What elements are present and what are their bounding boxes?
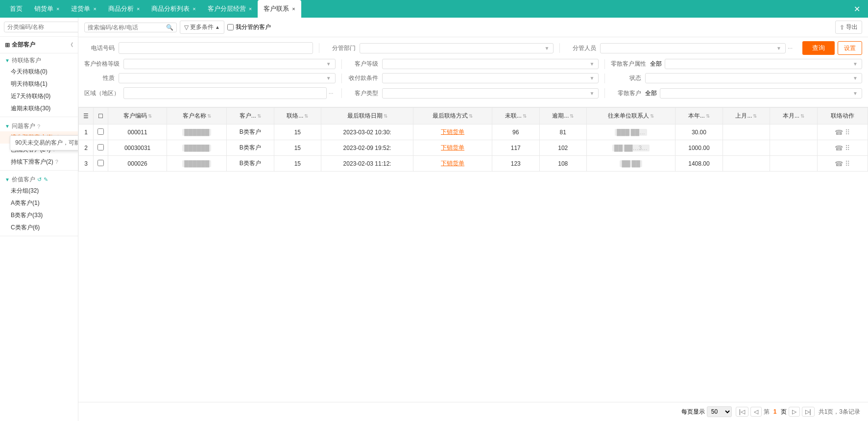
person-dots[interactable]: ··· <box>786 45 795 51</box>
col-thisYear[interactable]: 本年...⇅ <box>675 108 723 124</box>
col-label: 联络动作 <box>831 112 854 119</box>
more-action-icon[interactable]: ⠿ <box>845 128 850 136</box>
col-lastContactDate[interactable]: 最后联络日期⇅ <box>321 108 413 124</box>
tab-close-icon[interactable]: × <box>292 6 295 12</box>
tab-close-icon[interactable]: × <box>193 6 195 12</box>
page-first-button[interactable]: |◁ <box>736 407 748 417</box>
sidebar-section-0[interactable]: ▼待联络客户 <box>0 53 78 66</box>
search-input[interactable] <box>88 24 166 31</box>
sidebar-collapse-icon[interactable]: 《 <box>68 42 73 49</box>
region-dots[interactable]: ··· <box>327 90 336 97</box>
sidebar-item-today[interactable]: 今天待联络(0) <box>0 66 78 78</box>
nature-select[interactable]: ▼ <box>119 73 336 83</box>
export-button[interactable]: ⇪ 导出 <box>835 21 862 34</box>
price-level-select[interactable]: ▼ <box>123 59 336 69</box>
home-tab[interactable]: 首页 <box>4 0 28 18</box>
tab-商品分析列表[interactable]: 商品分析列表× <box>145 0 201 18</box>
row-checkbox[interactable] <box>97 128 104 135</box>
sidebar-section-2[interactable]: ▼价值客户↺✎ <box>0 173 78 185</box>
more-action-icon[interactable]: ⠿ <box>845 160 850 168</box>
region-input[interactable] <box>123 87 327 99</box>
phone-action-icon[interactable]: ☎ <box>835 128 843 136</box>
sidebar-all-customers[interactable]: ⊞ 全部客户 《 <box>0 37 78 53</box>
person-select[interactable]: ▼ <box>600 43 786 53</box>
tab-close-icon[interactable]: × <box>137 6 140 12</box>
price-level-label: 客户价格等级 <box>84 60 123 68</box>
query-button[interactable]: 查询 <box>802 41 835 55</box>
settings-button[interactable]: 设置 <box>838 41 862 55</box>
sidebar-item-tomorrow[interactable]: 明天待联络(1) <box>0 78 78 90</box>
col-overdue[interactable]: 逾期...⇅ <box>539 108 587 124</box>
more-conditions-button[interactable]: ▽ 更多条件 ▲ <box>180 21 224 34</box>
payment-select[interactable]: ▼ <box>382 73 599 83</box>
sidebar-search-input[interactable] <box>4 22 78 32</box>
phone-input[interactable] <box>119 42 313 54</box>
retail-customer-select[interactable]: ▼ <box>660 88 862 99</box>
col-type[interactable]: 客户...⇅ <box>227 108 274 124</box>
search-button[interactable]: 🔍 <box>166 24 173 31</box>
col-name[interactable]: 客户名称⇅ <box>167 108 227 124</box>
col-contacts[interactable]: 往来单位联系人⇅ <box>587 108 675 124</box>
sidebar-item-week[interactable]: 近7天待联络(0) <box>0 90 78 102</box>
sidebar-item-declining[interactable]: 持续下滑客户(2)? <box>0 156 78 168</box>
cell-contacts: ██ ██…3… <box>587 140 675 156</box>
cell-type: B类客户 <box>227 124 274 140</box>
row-checkbox[interactable] <box>97 160 104 166</box>
filter-row-1: 电话号码 分管部门 ▼ 分管人员 ▼ <box>84 41 862 55</box>
close-all-button[interactable]: ✕ <box>850 4 864 14</box>
cell-contact: 15 <box>274 124 321 140</box>
sidebar-item-classB[interactable]: B类客户(33) <box>0 209 78 222</box>
cell-checkbox[interactable] <box>94 124 108 140</box>
retail-attr-select[interactable]: ▼ <box>665 59 862 69</box>
per-page-select[interactable]: 50 100 <box>707 406 732 417</box>
tab-close-icon[interactable]: × <box>56 6 59 12</box>
phone-action-icon[interactable]: ☎ <box>835 144 843 152</box>
sidebar-item-classA[interactable]: A类客户(1) <box>0 197 78 209</box>
tab-客户分层经营[interactable]: 客户分层经营× <box>202 0 258 18</box>
cell-checkbox[interactable] <box>94 140 108 156</box>
edit-icon[interactable]: ✎ <box>44 176 48 183</box>
col-thisMonth[interactable]: 本月...⇅ <box>770 108 818 124</box>
cell-overdue: 108 <box>539 156 587 172</box>
page-of-label: 页 <box>781 408 787 416</box>
cell-checkbox[interactable] <box>94 156 108 172</box>
sort-icon: ⇅ <box>800 113 804 119</box>
sidebar-item-overdue[interactable]: 逾期未联络(30) <box>0 102 78 115</box>
cell-lastContactMethod[interactable]: 下销货单 <box>413 156 492 172</box>
status-select[interactable]: ▼ <box>645 73 862 83</box>
refresh-icon[interactable]: ↺ <box>37 176 42 183</box>
col-noDays[interactable]: 未联...⇅ <box>492 108 540 124</box>
col-code[interactable]: 客户编码⇅ <box>108 108 167 124</box>
section-title: 问题客户 <box>12 122 35 130</box>
col-lastMonth[interactable]: 上月...⇅ <box>723 108 770 124</box>
page-prev-button[interactable]: ◁ <box>750 407 762 417</box>
tab-销货单[interactable]: 销货单× <box>28 0 65 18</box>
sidebar-section-1[interactable]: ▼问题客户? <box>0 119 78 131</box>
chevron-up-icon: ▲ <box>215 25 220 30</box>
more-action-icon[interactable]: ⠿ <box>845 144 850 152</box>
sidebar-item-ungrouped[interactable]: 未分组(32) <box>0 185 78 197</box>
my-customers-checkbox[interactable]: 我分管的客户 <box>227 23 271 31</box>
phone-action-icon[interactable]: ☎ <box>835 160 843 168</box>
row-checkbox[interactable] <box>97 144 104 150</box>
tab-客户联系[interactable]: 客户联系× <box>258 0 301 18</box>
tab-close-icon[interactable]: × <box>249 6 252 12</box>
cell-noDays: 117 <box>492 140 540 156</box>
sidebar-item-classC[interactable]: C类客户(6) <box>0 222 78 234</box>
dept-select[interactable]: ▼ <box>360 43 554 53</box>
col-label: ☰ <box>83 113 89 120</box>
col-contact[interactable]: 联络...⇅ <box>274 108 321 124</box>
customer-level-select[interactable]: ▼ <box>382 59 599 69</box>
my-customers-check[interactable] <box>227 24 234 30</box>
cell-lastContactMethod[interactable]: 下销货单 <box>413 140 492 156</box>
top-nav: 首页 销货单×进货单×商品分析×商品分析列表×客户分层经营×客户联系× ✕ <box>0 0 868 18</box>
tab-进货单[interactable]: 进货单× <box>65 0 102 18</box>
cell-lastContactMethod[interactable]: 下销货单 <box>413 124 492 140</box>
col-lastContactMethod[interactable]: 最后联络方式⇅ <box>413 108 492 124</box>
customer-type-select[interactable]: ▼ <box>382 88 599 99</box>
tab-商品分析[interactable]: 商品分析× <box>102 0 145 18</box>
page-last-button[interactable]: ▷| <box>802 407 815 417</box>
page-next-button[interactable]: ▷ <box>789 407 800 417</box>
cell-type: B类客户 <box>227 156 274 172</box>
tab-close-icon[interactable]: × <box>93 6 96 12</box>
